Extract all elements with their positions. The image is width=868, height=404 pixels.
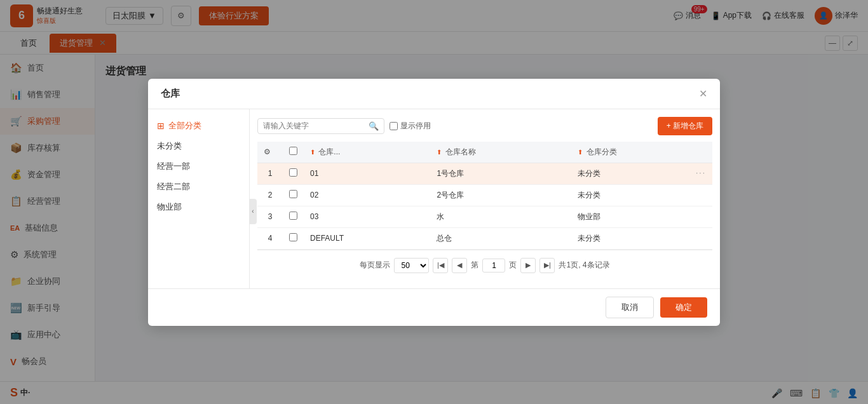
table-row[interactable]: 3 03 水 物业部: [257, 206, 712, 227]
row-name: 水: [430, 206, 571, 227]
content-panel: 🔍 显示停用 + 新增仓库 ⚙: [250, 109, 720, 288]
page-label-post: 页: [509, 260, 517, 271]
show-disabled-label: 显示停用: [390, 121, 431, 131]
modal-body: ⊞ 全部分类 未分类 经营一部 经营二部 物业部 ‹: [148, 109, 720, 288]
page-number-input[interactable]: [482, 259, 505, 273]
tree-item-all[interactable]: ⊞ 全部分类: [148, 116, 249, 136]
table-row[interactable]: 2 02 2号仓库 未分类: [257, 184, 712, 206]
search-icon[interactable]: 🔍: [369, 121, 379, 131]
modal-footer: 取消 确定: [148, 288, 720, 326]
row-check: [283, 184, 304, 206]
table-body: 1 01 1号仓库 未分类 ···: [257, 163, 712, 249]
row-checkbox-2[interactable]: [289, 190, 297, 198]
tree-item-ops1[interactable]: 经营一部: [148, 156, 249, 177]
table-row[interactable]: 1 01 1号仓库 未分类 ···: [257, 163, 712, 184]
row-check: [283, 227, 304, 249]
search-box: 🔍: [257, 118, 384, 134]
row-name: 总仓: [430, 227, 571, 249]
row-category: 未分类: [571, 184, 712, 206]
search-input[interactable]: [263, 121, 369, 130]
tree-collapse-button[interactable]: ‹: [249, 199, 257, 224]
warehouse-table: ⚙ ⬆ 仓库... ⬆ 仓库名称: [257, 142, 712, 250]
row-name: 2号仓库: [430, 184, 571, 206]
total-records-label: 共1页, 4条记录: [559, 260, 609, 271]
modal-close-button[interactable]: ✕: [699, 88, 707, 100]
th-settings: ⚙: [257, 142, 283, 163]
row-num: 3: [257, 206, 283, 227]
row-category: 未分类 ···: [571, 163, 712, 184]
sort-icon-name: ⬆: [437, 149, 442, 156]
row-num: 4: [257, 227, 283, 249]
row-category: 未分类: [571, 227, 712, 249]
row-checkbox-1[interactable]: [289, 168, 297, 177]
row-check: [283, 163, 304, 184]
row-code: DEFAULT: [304, 227, 430, 249]
table-header: ⚙ ⬆ 仓库... ⬆ 仓库名称: [257, 142, 712, 163]
page-size-select[interactable]: 50 20 100: [394, 258, 429, 273]
modal-header: 仓库 ✕: [148, 79, 720, 109]
more-options-icon[interactable]: ···: [696, 168, 706, 177]
row-checkbox-3[interactable]: [289, 212, 297, 220]
grid-icon: ⊞: [157, 121, 165, 131]
select-all-checkbox[interactable]: [289, 147, 297, 155]
warehouse-modal: 仓库 ✕ ⊞ 全部分类 未分类 经营一部 经营二部: [148, 79, 720, 326]
page-last-button[interactable]: ▶|: [539, 258, 555, 273]
th-checkbox: [283, 142, 304, 163]
row-category: 物业部: [571, 206, 712, 227]
table-container: ⚙ ⬆ 仓库... ⬆ 仓库名称: [257, 142, 712, 250]
row-num: 1: [257, 163, 283, 184]
page-first-button[interactable]: |◀: [433, 258, 448, 273]
th-name: ⬆ 仓库名称: [430, 142, 571, 163]
content-toolbar: 🔍 显示停用 + 新增仓库: [257, 117, 712, 135]
page-prev-button[interactable]: ◀: [452, 258, 467, 273]
tree-item-ops2[interactable]: 经营二部: [148, 177, 249, 197]
row-num: 2: [257, 184, 283, 206]
cancel-button[interactable]: 取消: [606, 297, 654, 318]
page-next-button[interactable]: ▶: [520, 258, 536, 273]
tree-panel: ⊞ 全部分类 未分类 经营一部 经营二部 物业部 ‹: [148, 109, 250, 288]
confirm-button[interactable]: 确定: [660, 297, 707, 318]
row-code: 03: [304, 206, 430, 227]
pagination: 每页显示 50 20 100 |◀ ◀ 第 页 ▶ ▶| 共1页, 4条记录: [257, 250, 712, 281]
row-checkbox-4[interactable]: [289, 233, 297, 241]
sort-icon-cat: ⬆: [578, 149, 583, 156]
row-code: 02: [304, 184, 430, 206]
tree-item-property[interactable]: 物业部: [148, 197, 249, 217]
th-category: ⬆ 仓库分类: [571, 142, 712, 163]
table-row[interactable]: 4 DEFAULT 总仓 未分类: [257, 227, 712, 249]
row-check: [283, 206, 304, 227]
row-name: 1号仓库: [430, 163, 571, 184]
modal-title: 仓库: [161, 88, 180, 100]
sort-icon: ⬆: [310, 149, 315, 156]
th-code: ⬆ 仓库...: [304, 142, 430, 163]
tree-item-uncategorized[interactable]: 未分类: [148, 136, 249, 156]
modal-overlay: 仓库 ✕ ⊞ 全部分类 未分类 经营一部 经营二部: [0, 0, 868, 404]
show-disabled-checkbox[interactable]: [390, 122, 398, 130]
row-code: 01: [304, 163, 430, 184]
page-label-pre: 第: [471, 260, 478, 271]
add-warehouse-button[interactable]: + 新增仓库: [658, 117, 712, 135]
